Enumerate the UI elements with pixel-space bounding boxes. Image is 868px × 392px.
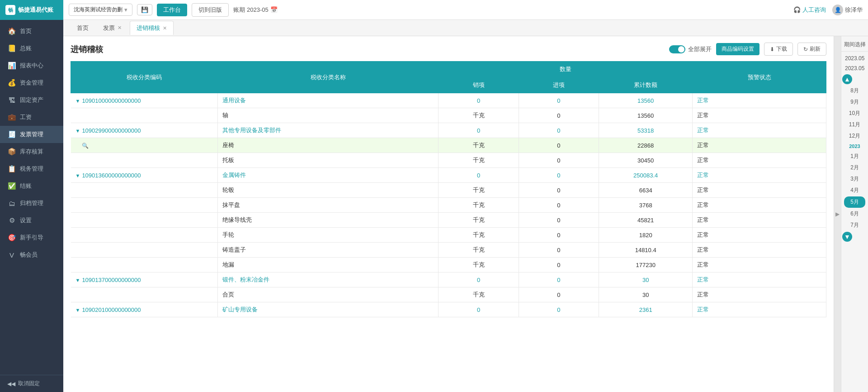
- tab-close-invoice[interactable]: ✕: [118, 25, 122, 31]
- sidebar-item-label: 发票管理: [20, 130, 43, 139]
- search-icon[interactable]: 🔍: [82, 143, 89, 149]
- row-sale: 0: [519, 198, 599, 213]
- content-area: 进销稽核 全部展开 商品编码设置 ⬇ 下载 ↻ 刷: [63, 36, 834, 392]
- main-area: 沈海英测试经营勿删 ▾ 💾 工作台 切到旧版 账期 2023-05 📅 🎧 人工…: [63, 0, 868, 392]
- row-code: [71, 183, 218, 198]
- sidebar-item-reports[interactable]: 📊 报表中心: [0, 57, 63, 74]
- row-name: 合页: [218, 287, 439, 302]
- col-header-total: 累计数额: [599, 77, 693, 93]
- period-item[interactable]: 6月: [841, 208, 868, 220]
- row-sale: 0: [439, 272, 519, 287]
- topbar-right: 🎧 人工咨询 👤 徐泽华: [793, 5, 863, 15]
- period-item[interactable]: 2023.05: [841, 53, 868, 63]
- avatar: 👤: [832, 5, 843, 15]
- company-selector[interactable]: 沈海英测试经营勿删 ▾: [69, 4, 132, 16]
- period-item[interactable]: 9月: [841, 96, 868, 108]
- table-row: ▼109029900000000000 其他专用设备及零部件 0 0 53318…: [71, 123, 826, 138]
- period-item[interactable]: 2023.05: [841, 63, 868, 73]
- sidebar-footer-pin[interactable]: ◀◀ 取消固定: [0, 375, 63, 392]
- row-total: 13560: [599, 108, 693, 123]
- expand-icon[interactable]: ▼: [75, 307, 80, 313]
- row-status: 正常: [693, 153, 826, 168]
- row-unit: 千克: [439, 258, 519, 272]
- sidebar-item-home[interactable]: 🏠 首页: [0, 23, 63, 40]
- product-code-setting-button[interactable]: 商品编码设置: [716, 43, 760, 55]
- col-header-code: 税收分类编码: [71, 62, 218, 93]
- row-unit: 千克: [439, 213, 519, 228]
- row-unit: 千克: [439, 228, 519, 243]
- tab-reconcile[interactable]: 进销稽核 ✕: [130, 21, 174, 35]
- collapse-panel[interactable]: ▶: [834, 36, 841, 392]
- period-item[interactable]: 10月: [841, 108, 868, 119]
- home-icon: 🏠: [7, 27, 16, 35]
- row-unit: 千克: [439, 183, 519, 198]
- sidebar-item-settings[interactable]: ⚙ 设置: [0, 212, 63, 229]
- period-item[interactable]: 7月: [841, 220, 868, 231]
- toggle-track[interactable]: [669, 45, 685, 53]
- workspace-button[interactable]: 工作台: [157, 4, 187, 16]
- sidebar-item-inventory[interactable]: 📦 库存核算: [0, 143, 63, 160]
- funds-icon: 💰: [7, 79, 16, 87]
- sidebar-item-assets[interactable]: 🏗 固定资产: [0, 91, 63, 109]
- calendar-icon[interactable]: 📅: [270, 6, 278, 13]
- sidebar-item-member[interactable]: V 畅会员: [0, 246, 63, 263]
- tab-label: 首页: [77, 24, 89, 32]
- row-code: [71, 153, 218, 168]
- toggle-thumb: [678, 46, 684, 53]
- app-logo: 畅 畅捷通易代账: [0, 0, 63, 20]
- sidebar-item-funds[interactable]: 💰 资金管理: [0, 74, 63, 91]
- download-button[interactable]: ⬇ 下载: [764, 43, 793, 56]
- expand-all-toggle[interactable]: 全部展开: [669, 45, 712, 53]
- sidebar-item-ledger[interactable]: 📒 总账: [0, 40, 63, 57]
- row-sale: 0: [519, 243, 599, 258]
- row-total: 3768: [599, 198, 693, 213]
- row-code: ▼109013700000000000: [71, 272, 218, 287]
- period-item[interactable]: 11月: [841, 119, 868, 130]
- sidebar-item-label: 税务管理: [20, 165, 43, 173]
- tab-invoice[interactable]: 发票 ✕: [97, 21, 128, 35]
- row-name: 矿山专用设备: [218, 302, 439, 317]
- tab-close-reconcile[interactable]: ✕: [163, 25, 167, 31]
- row-name: 座椅: [218, 138, 439, 153]
- period-item[interactable]: 8月: [841, 85, 868, 96]
- sidebar-item-label: 结账: [20, 182, 32, 190]
- expand-icon[interactable]: ▼: [75, 173, 80, 178]
- save-draft-button[interactable]: 💾: [137, 4, 152, 15]
- row-sale: 0: [439, 123, 519, 138]
- pin-icon: ◀◀: [7, 381, 15, 387]
- sidebar-item-checkout[interactable]: ✅ 结账: [0, 177, 63, 195]
- sidebar-item-tax[interactable]: 📋 税务管理: [0, 160, 63, 177]
- row-name: 金属铸件: [218, 168, 439, 183]
- scroll-up-button[interactable]: ▲: [842, 74, 852, 84]
- sidebar-item-archive[interactable]: 🗂 归档管理: [0, 195, 63, 212]
- col-header-name: 税收分类名称: [218, 62, 439, 93]
- page-title: 进销稽核: [71, 44, 103, 55]
- period-item[interactable]: 3月: [841, 173, 868, 185]
- table-row: 绝缘导线壳 千克 0 45821 正常: [71, 213, 826, 228]
- expand-icon[interactable]: ▼: [75, 98, 80, 104]
- expand-icon[interactable]: ▼: [75, 277, 80, 283]
- sidebar-item-guide[interactable]: 🎯 新手引导: [0, 229, 63, 246]
- row-unit: 千克: [439, 108, 519, 123]
- row-code: [71, 198, 218, 213]
- switch-version-button[interactable]: 切到旧版: [192, 3, 229, 17]
- scroll-down-button[interactable]: ▼: [842, 232, 852, 242]
- period-item-active[interactable]: 5月: [844, 196, 865, 208]
- sidebar-item-invoice[interactable]: 🧾 发票管理: [0, 126, 63, 143]
- member-icon: V: [7, 251, 16, 259]
- tab-home[interactable]: 首页: [71, 21, 95, 35]
- service-button[interactable]: 🎧 人工咨询: [793, 6, 826, 14]
- table-row: 🔍 座椅 千克 0 22868 正常: [71, 138, 826, 153]
- period-item[interactable]: 12月: [841, 130, 868, 142]
- period-item[interactable]: 4月: [841, 185, 868, 196]
- expand-icon[interactable]: ▼: [75, 128, 80, 134]
- sidebar-item-salary[interactable]: 💼 工资: [0, 109, 63, 126]
- row-name: 铸造盖子: [218, 243, 439, 258]
- period-item[interactable]: 1月: [841, 151, 868, 162]
- table-row: 抹平盘 千克 0 3768 正常: [71, 198, 826, 213]
- sidebar-item-label: 资金管理: [20, 79, 43, 87]
- sidebar-item-label: 设置: [20, 216, 32, 225]
- refresh-button[interactable]: ↻ 刷新: [797, 43, 826, 56]
- user-menu[interactable]: 👤 徐泽华: [832, 5, 863, 15]
- period-item[interactable]: 2月: [841, 162, 868, 173]
